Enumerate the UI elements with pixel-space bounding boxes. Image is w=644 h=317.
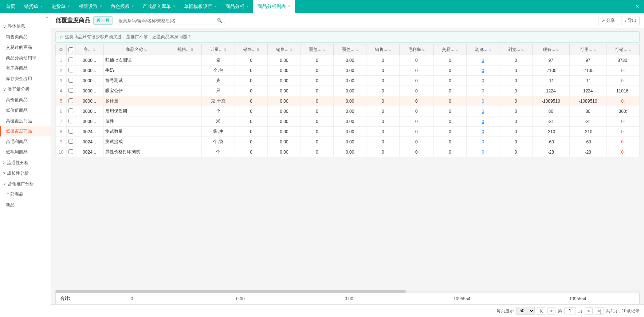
col-sales1[interactable]: 销售...⇅: [235, 44, 267, 55]
row-checkbox-cell[interactable]: [67, 116, 75, 127]
browse-count[interactable]: 0: [467, 116, 499, 127]
browse-count[interactable]: 0: [467, 147, 499, 157]
row-checkbox[interactable]: [68, 139, 73, 144]
scrollbar-thumb[interactable]: [55, 290, 406, 293]
row-checkbox[interactable]: [68, 129, 73, 134]
nav-home[interactable]: 首页: [1, 0, 20, 13]
sidebar-item-inventory-capital[interactable]: 库存资金占用: [0, 74, 51, 84]
col-browse2[interactable]: 浏览...⇅: [499, 44, 532, 55]
select-all-checkbox[interactable]: [68, 47, 73, 52]
browse-count[interactable]: 0: [467, 137, 499, 147]
window-close-button[interactable]: ×: [632, 3, 643, 10]
row-checkbox-cell[interactable]: [67, 96, 75, 106]
sidebar-item-high-value[interactable]: 高价值商品: [0, 95, 51, 105]
close-icon[interactable]: ×: [173, 0, 175, 13]
first-page-button[interactable]: K: [537, 307, 545, 315]
browse-count[interactable]: 0: [467, 55, 499, 66]
sidebar-item-low-margin[interactable]: 低毛利商品: [0, 147, 51, 158]
row-checkbox-cell[interactable]: [67, 66, 75, 76]
sidebar-item-new-products[interactable]: 新品: [0, 200, 51, 210]
search-input[interactable]: [118, 18, 215, 23]
col-cover1[interactable]: 覆盖...⇅: [301, 44, 333, 55]
row-checkbox[interactable]: [68, 149, 73, 154]
row-checkbox[interactable]: [68, 119, 73, 123]
filter-period-button[interactable]: 近一月: [93, 16, 113, 25]
row-checkbox[interactable]: [68, 68, 73, 72]
close-icon[interactable]: ×: [132, 0, 134, 13]
export-button[interactable]: ↓ 导出: [621, 16, 640, 25]
browse-count[interactable]: 0: [467, 127, 499, 137]
row-checkbox-cell[interactable]: [67, 55, 75, 66]
nav-product-inbound[interactable]: 产成品入库单 ×: [138, 0, 180, 13]
page-number-input[interactable]: [564, 307, 576, 314]
sidebar-item-low-coverage[interactable]: 低覆盖度商品: [0, 126, 51, 136]
sidebar-item-category-turnover[interactable]: 商品分类动销率: [0, 53, 51, 63]
sidebar-item-sales-products[interactable]: 销售类商品: [0, 32, 51, 42]
close-icon[interactable]: ×: [40, 0, 43, 13]
sidebar-section-growth[interactable]: > 成长性分析: [0, 168, 51, 179]
close-icon[interactable]: ×: [288, 0, 290, 13]
sidebar-section-liquidity[interactable]: > 流通性分析: [0, 158, 51, 168]
last-page-button[interactable]: >|: [595, 307, 604, 315]
nav-product-analysis[interactable]: 商品分析 ×: [221, 0, 253, 13]
row-checkbox[interactable]: [68, 78, 73, 83]
sidebar-item-all-products[interactable]: 全部商品: [0, 189, 51, 200]
nav-role-auth[interactable]: 角色授权 ×: [106, 0, 138, 13]
close-icon[interactable]: ×: [100, 0, 102, 13]
col-available[interactable]: 可用...⇅: [569, 44, 606, 55]
sidebar-section-marketing[interactable]: ∨ 营销推广分析: [0, 179, 51, 189]
sidebar-item-high-coverage[interactable]: 高覆盖度商品: [0, 116, 51, 126]
col-transaction[interactable]: 交易...⇅: [433, 44, 466, 55]
nav-purchase-order[interactable]: 进货单 ×: [47, 0, 74, 13]
sidebar-item-high-margin[interactable]: 高毛利商品: [0, 136, 51, 147]
col-unit[interactable]: 计量...⇅: [202, 44, 235, 55]
close-icon[interactable]: ×: [215, 0, 217, 13]
col-cover2[interactable]: 覆盖...⇅: [334, 44, 366, 55]
row-checkbox-cell[interactable]: [67, 137, 75, 147]
close-icon[interactable]: ×: [247, 0, 249, 13]
col-browse1[interactable]: 浏览...⇅: [467, 44, 499, 55]
sidebar-item-low-value[interactable]: 低价值商品: [0, 105, 51, 116]
sidebar-section-overview[interactable]: ∨ 整体信息: [0, 21, 51, 32]
data-table-container[interactable]: ⚙ 商...⇅ 商品名称⇅ 规格...⇅: [55, 44, 640, 290]
sidebar-collapse-button[interactable]: «: [0, 13, 51, 21]
col-spec[interactable]: 规格...⇅: [169, 44, 202, 55]
col-name[interactable]: 商品名称⇅: [103, 44, 169, 55]
row-checkbox[interactable]: [68, 98, 73, 103]
row-checkbox[interactable]: [68, 108, 73, 113]
col-sellable[interactable]: 可销...⇅: [606, 44, 640, 55]
browse-count[interactable]: 0: [467, 86, 499, 96]
col-settings[interactable]: ⚙: [56, 44, 67, 55]
browse-count[interactable]: 0: [467, 76, 499, 86]
row-checkbox-cell[interactable]: [67, 127, 75, 137]
nav-product-analysis-list[interactable]: 商品分析列表 ×: [253, 0, 295, 13]
row-checkbox-cell[interactable]: [67, 86, 75, 96]
row-checkbox[interactable]: [68, 88, 73, 93]
browse-count[interactable]: 0: [467, 96, 499, 106]
col-code[interactable]: 商...⇅: [75, 44, 104, 55]
prev-page-button[interactable]: <: [547, 307, 555, 315]
col-sales2[interactable]: 销售...⇅: [268, 44, 301, 55]
row-checkbox-cell[interactable]: [67, 147, 75, 157]
nav-template-settings[interactable]: 单据模板设置 ×: [180, 0, 221, 13]
col-current[interactable]: 现有...⇅: [532, 44, 569, 55]
sort-icon: ⇅: [521, 48, 524, 52]
per-page-select[interactable]: 50 20 100: [516, 307, 535, 315]
nav-permission-settings[interactable]: 权限设置 ×: [74, 0, 106, 13]
next-page-button[interactable]: >: [585, 307, 593, 315]
browse-count[interactable]: 0: [467, 66, 499, 76]
sidebar-item-in-stock[interactable]: 有库存商品: [0, 63, 51, 74]
sidebar-item-traded-products[interactable]: 交易过的商品: [0, 42, 51, 53]
col-checkbox[interactable]: [67, 44, 75, 55]
sidebar-section-cluster-analysis[interactable]: ∨ 类群量分析: [0, 84, 51, 95]
col-gross-margin[interactable]: 毛利率⇅: [399, 44, 433, 55]
col-sales3[interactable]: 销售...⇅: [366, 44, 399, 55]
row-checkbox-cell[interactable]: [67, 76, 75, 86]
row-checkbox-cell[interactable]: [67, 106, 75, 116]
share-button[interactable]: ↗ 分享: [598, 16, 618, 25]
row-checkbox[interactable]: [68, 58, 73, 62]
nav-sales-order[interactable]: 销货单 ×: [20, 0, 47, 13]
horizontal-scrollbar[interactable]: [55, 290, 640, 293]
browse-count[interactable]: 0: [467, 106, 499, 116]
close-icon[interactable]: ×: [68, 0, 70, 13]
